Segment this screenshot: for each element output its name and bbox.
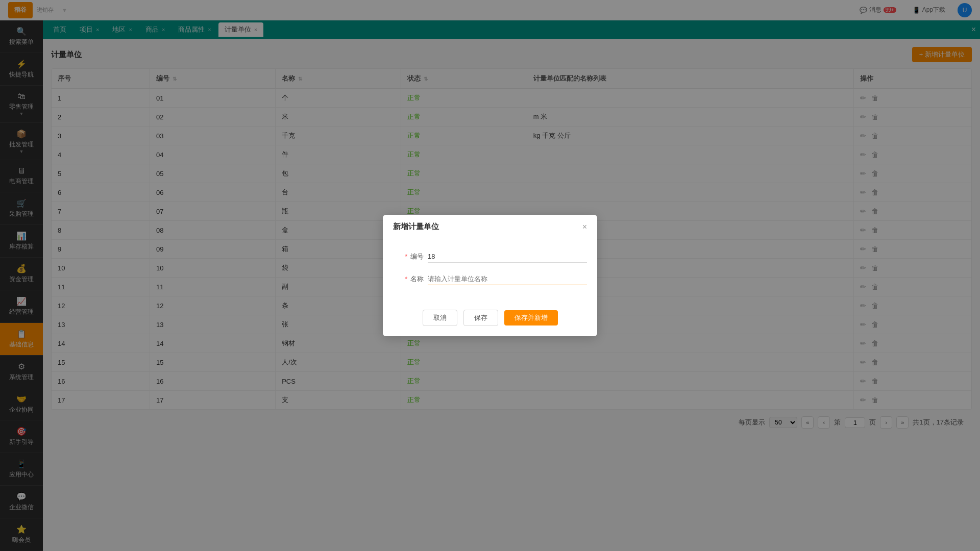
code-label: * 编号 (393, 252, 424, 261)
save-button[interactable]: 保存 (463, 310, 498, 326)
name-input[interactable] (428, 273, 587, 285)
modal-close-btn[interactable]: × (582, 223, 587, 231)
code-input[interactable] (428, 251, 587, 263)
name-label: * 名称 (393, 274, 424, 284)
modal-body: * 编号 * 名称 (383, 238, 597, 304)
modal-overlay: 新增计量单位 × * 编号 * 名称 取消 保存 保存并新增 (0, 0, 980, 551)
form-row-code: * 编号 (393, 251, 587, 263)
save-new-button[interactable]: 保存并新增 (504, 310, 558, 325)
modal-footer: 取消 保存 保存并新增 (383, 304, 597, 336)
cancel-button[interactable]: 取消 (423, 310, 457, 326)
modal-title: 新增计量单位 (393, 222, 439, 232)
modal-header: 新增计量单位 × (383, 215, 597, 238)
required-star-code: * (405, 253, 407, 260)
add-unit-modal: 新增计量单位 × * 编号 * 名称 取消 保存 保存并新增 (383, 215, 597, 336)
required-star-name: * (405, 275, 407, 283)
form-row-name: * 名称 (393, 273, 587, 285)
